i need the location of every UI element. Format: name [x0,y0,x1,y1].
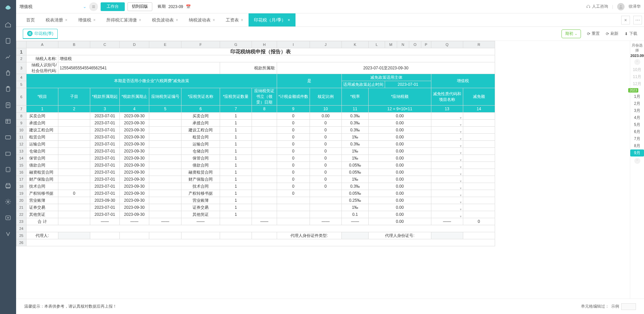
clip-icon[interactable] [5,86,11,92]
col-header[interactable]: M [385,41,397,48]
period-label: 账期 [158,4,166,9]
tab-close-icon[interactable]: × [241,18,243,22]
company-selector[interactable]: 增值税 ⌄ [19,4,87,10]
month-option[interactable]: 10月 [633,66,641,73]
tab-home[interactable]: 首页 [21,13,40,26]
wallet-icon[interactable] [5,150,11,157]
month-option[interactable]: 7月 [634,135,640,142]
col-header[interactable]: L [369,41,385,48]
col-header[interactable]: E [149,41,181,48]
subtab-stamp-quarter[interactable]: 税 印花税(季) [23,29,58,39]
chart-icon[interactable] [5,54,11,60]
svg-rect-5 [6,136,11,139]
col-header[interactable]: K [341,41,369,48]
col-header[interactable]: C [90,41,120,48]
home-icon[interactable] [5,21,11,28]
tab-0[interactable]: 税表清册× [40,13,73,26]
tab-3[interactable]: 税负波动表× [147,13,183,26]
left-nav [0,0,16,314]
col-header[interactable]: O [409,41,421,48]
calendar-icon[interactable]: 📅 [186,4,191,9]
month-panel-title: 月份选择 [630,42,644,54]
col-header[interactable]: F [181,41,220,48]
period-value[interactable]: 2023-09 [168,4,183,9]
tab-6[interactable]: 印花税（月/季）× [249,13,296,26]
month-option[interactable]: 4月 [634,114,640,121]
col-header[interactable]: P [421,41,431,48]
workspace-button[interactable]: 工作台 [101,2,125,11]
cell-edited-box [621,303,636,310]
old-version-button[interactable]: 切到旧版 [127,2,152,11]
tab-more-icon[interactable]: ⋯ [633,16,642,24]
col-header[interactable]: J [310,41,341,48]
stamp-icon: 税 [27,31,33,36]
company-name: 增值税 [19,4,33,10]
footer-hint: 温馨提示：本表供参考，请认真核对数据后再上报！ [24,304,117,309]
gear-icon[interactable] [5,198,11,205]
col-header[interactable]: Q [431,41,463,48]
month-option[interactable]: 1月 [634,93,640,100]
col-header[interactable]: A [26,41,58,48]
calc-icon[interactable] [5,102,11,109]
card-icon[interactable] [5,134,11,141]
month-option[interactable]: 12月 [633,80,641,87]
month-option[interactable]: 3月 [634,107,640,114]
tab-close-icon[interactable]: × [93,18,96,22]
play-icon[interactable] [5,214,11,221]
cell-edited-label: 单元格编辑过： [581,304,609,309]
tab-close-icon[interactable]: × [139,18,141,22]
month-panel-current: 2023.09 [631,54,644,58]
svg-point-8 [7,201,9,203]
tab-close-icon[interactable]: × [288,18,290,22]
col-header[interactable]: N [397,41,409,48]
cell-edited-sample: 示例 [611,304,619,309]
headset-icon [586,4,591,9]
month-option[interactable]: 8月 [634,142,640,149]
table-icon[interactable] [5,118,11,125]
svg-rect-3 [6,103,10,108]
month-option[interactable]: 2月 [634,100,640,107]
chevron-down-icon: ⌄ [83,4,87,9]
doc-icon[interactable] [5,38,11,44]
tab-close-icon[interactable]: × [65,18,67,22]
tab-close-icon[interactable]: × [213,18,215,22]
refresh-button[interactable]: ⟳ 刷新 [606,31,619,37]
month-down-icon[interactable]: ˅ [634,158,640,164]
user-name[interactable]: 徐泽华 [629,4,641,9]
svg-point-10 [620,5,622,7]
reset-button[interactable]: ⟳ 重置 [587,31,600,37]
tab-close-all-icon[interactable]: × [621,16,630,24]
month-up-icon[interactable]: ˄ [634,59,640,65]
month-option[interactable]: 11月 [633,73,641,80]
col-header[interactable]: I [277,41,310,48]
bag-icon[interactable] [5,70,11,76]
month-option[interactable]: 5月 [634,121,640,128]
month-option[interactable]: 9月 [630,149,644,156]
tab-close-icon[interactable]: × [176,18,178,22]
col-header[interactable]: H [252,41,277,48]
tab-5[interactable]: 工资表× [220,13,249,26]
app-logo-icon [4,3,12,11]
report-title[interactable]: 印花税纳税申报（报告）表 [26,48,495,55]
col-header[interactable]: D [120,41,149,48]
col-header[interactable]: B [58,41,90,48]
svg-rect-0 [6,39,10,44]
support-link[interactable]: 人工咨询 [586,4,608,9]
user-avatar-icon[interactable] [617,3,625,10]
sub-toolbar: 税 印花税(季) 期初⌄ ⟳ 重置 ⟳ 刷新 ⬇ 下载 [16,27,644,41]
month-option[interactable]: 6月 [634,128,640,135]
tab-2[interactable]: 所得税汇算清缴× [101,13,147,26]
tab-1[interactable]: 增值税× [73,13,101,26]
col-header[interactable]: G [220,41,252,48]
list-icon[interactable] [89,2,98,11]
col-header[interactable]: R [463,41,495,48]
month-panel: 月份选择 2023.09 ˄ 10月11月12月 2023 1月2月3月4月5月… [630,41,644,299]
download-button[interactable]: ⬇ 下载 [625,31,637,37]
spreadsheet[interactable]: ABCDEFGHIJKLMNOPQR1印花税纳税申报（报告）表2纳税人名称:增值… [16,41,630,299]
tab-4[interactable]: 纳税波动表× [183,13,220,26]
v-icon[interactable] [5,231,11,237]
svg-point-7 [8,171,8,171]
opening-button[interactable]: 期初⌄ [561,29,581,38]
device-icon[interactable] [5,166,11,173]
print-icon[interactable] [5,182,11,189]
